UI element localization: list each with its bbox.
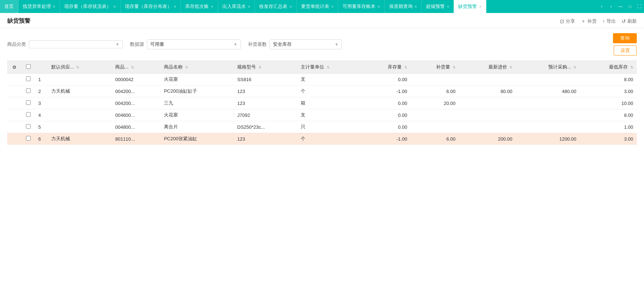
tab-available-ledger[interactable]: 可用量库存账本 ×: [338, 0, 384, 13]
tab-close-expiry-query[interactable]: ×: [415, 4, 417, 9]
tab-close-shortage[interactable]: ×: [479, 4, 481, 9]
row-checkbox-5[interactable]: [22, 133, 35, 145]
row-stock-1: -1.00: [362, 85, 411, 97]
row-est-purchase-2: [516, 97, 580, 109]
sort-icon-unit: ⇅: [327, 65, 330, 69]
th-product-name[interactable]: 商品名称 ⇅: [160, 61, 234, 74]
tab-collect-summary[interactable]: 收发存汇总表 ×: [255, 0, 296, 13]
tab-fullscreen-btn[interactable]: ⛶: [635, 0, 644, 13]
export-icon: ↑: [602, 18, 605, 24]
share-icon: ⊡: [560, 18, 564, 24]
row-min-stock-2: 10.00: [580, 97, 637, 109]
tab-order-stats[interactable]: 要货单统计表 ×: [297, 0, 338, 13]
row-checkbox-0[interactable]: [22, 74, 35, 85]
tab-minimize-btn[interactable]: —: [616, 0, 625, 13]
datasource-select[interactable]: 可用量 ▼: [147, 39, 241, 49]
row-min-stock-4: 1.00: [580, 121, 637, 133]
row-unit-1: 个: [297, 85, 362, 97]
tab-close-inventory-dist[interactable]: ×: [174, 4, 176, 9]
row-checkbox-2[interactable]: [22, 97, 35, 109]
row-checkbox-4[interactable]: [22, 121, 35, 133]
row-code-2: 004200...: [112, 97, 160, 109]
th-stock[interactable]: 库存量 ⇅: [362, 61, 411, 74]
row-select-checkbox-4[interactable]: [26, 124, 31, 129]
row-seq-3: 4: [35, 109, 48, 121]
table-container: ⚙ 默认供应... ⇅ 商品... ⇅: [0, 61, 644, 145]
row-checkbox-3[interactable]: [22, 109, 35, 121]
query-button[interactable]: 查询: [613, 33, 637, 43]
tab-batch-anomaly[interactable]: 拣货异常处理 ×: [18, 0, 60, 13]
tab-home[interactable]: 首页: [0, 0, 18, 13]
replenish-base-select[interactable]: 安全库存 ▼: [270, 39, 342, 49]
tab-batch-account[interactable]: 库存批次账 ×: [181, 0, 218, 13]
row-seq-5: 6: [35, 133, 48, 145]
row-checkbox-1[interactable]: [22, 85, 35, 97]
tab-close-available-ledger[interactable]: ×: [378, 4, 380, 9]
datasource-dropdown-icon: ▼: [234, 42, 238, 47]
settings-button[interactable]: 设置: [614, 45, 637, 56]
row-select-checkbox-1[interactable]: [26, 88, 31, 93]
select-all-checkbox[interactable]: [26, 64, 31, 69]
tab-overstock[interactable]: 超储预警 ×: [422, 0, 454, 13]
row-select-checkbox-5[interactable]: [26, 136, 31, 141]
tab-close-order-stats[interactable]: ×: [331, 4, 334, 9]
row-name-0: 火花塞: [160, 74, 234, 85]
th-min-stock[interactable]: 最低库存 ⇅: [580, 61, 637, 74]
export-label: 导出: [606, 18, 616, 25]
row-supplier-3: [48, 109, 112, 121]
sort-icon-supplier: ⇅: [76, 65, 79, 69]
page-content: 缺货预警 ⊡ 分享 ＋ 补货 ↑ 导出 ↺ 刷新 商品分类: [0, 13, 644, 287]
row-code-3: 004600...: [112, 109, 160, 121]
tab-next-btn[interactable]: ›: [606, 0, 616, 13]
th-gear[interactable]: ⚙: [7, 61, 22, 74]
row-unit-5: 个: [297, 133, 362, 145]
datasource-filter-group: 数据源 可用量 ▼: [130, 39, 241, 49]
page-title: 缺货预警: [7, 17, 30, 25]
tab-close-batch-account[interactable]: ×: [211, 4, 213, 9]
th-product-code[interactable]: 商品... ⇅: [112, 61, 160, 74]
tab-close-batch-anomaly[interactable]: ×: [53, 4, 55, 9]
tab-close-inventory-status[interactable]: ×: [113, 4, 116, 9]
th-unit[interactable]: 主计量单位 ⇅: [297, 61, 362, 74]
tab-in-out-flow[interactable]: 出入库流水 ×: [218, 0, 255, 13]
row-stock-0: 0.00: [362, 74, 411, 85]
tab-close-collect-summary[interactable]: ×: [290, 4, 292, 9]
row-name-2: 三九: [160, 97, 234, 109]
row-supplier-2: [48, 97, 112, 109]
th-seq: [35, 61, 48, 74]
tab-expiry-query[interactable]: 保质期查询 ×: [385, 0, 422, 13]
th-est-purchase[interactable]: 预计采购... ⇅: [516, 61, 580, 74]
table-row: 3 004200... 三九 123 箱 0.00 20.00 10.00: [7, 97, 637, 109]
replenish-base-filter-label: 补货基数: [248, 41, 267, 48]
share-btn[interactable]: ⊡ 分享: [560, 18, 575, 25]
tab-maximize-btn[interactable]: □: [625, 0, 635, 13]
row-code-4: 004800...: [112, 121, 160, 133]
refresh-btn[interactable]: ↺ 刷新: [622, 18, 637, 25]
tab-inventory-dist[interactable]: 现存量（库存分布表） ×: [121, 0, 181, 13]
page-header: 缺货预警 ⊡ 分享 ＋ 补货 ↑ 导出 ↺ 刷新: [0, 13, 644, 28]
category-select[interactable]: ▼: [29, 40, 123, 48]
table-row: 4 004600... 火花塞 J7092 支 0.00 8.00: [7, 109, 637, 121]
replenish-btn[interactable]: ＋ 补货: [581, 18, 597, 25]
row-select-checkbox-3[interactable]: [26, 112, 31, 117]
th-default-supplier[interactable]: 默认供应... ⇅: [48, 61, 112, 74]
tab-inventory-status[interactable]: 现存量（库存状况表） ×: [60, 0, 120, 13]
tab-prev-btn[interactable]: ‹: [597, 0, 606, 13]
th-spec[interactable]: 规格型号 ⇅: [234, 61, 297, 74]
row-name-4: 离合片: [160, 121, 234, 133]
tab-close-overstock[interactable]: ×: [447, 4, 449, 9]
row-select-checkbox-0[interactable]: [26, 76, 31, 81]
row-select-checkbox-2[interactable]: [26, 100, 31, 105]
row-replenish-qty-3: [411, 109, 459, 121]
th-replenish-qty[interactable]: 补货量 ⇅: [411, 61, 459, 74]
export-btn[interactable]: ↑ 导出: [602, 18, 616, 25]
row-est-purchase-3: [516, 109, 580, 121]
row-replenish-qty-1: 6.00: [411, 85, 459, 97]
row-spec-5: 123: [234, 133, 297, 145]
tab-shortage[interactable]: 缺货预警 ×: [454, 0, 486, 13]
th-latest-price[interactable]: 最新进价 ⇅: [459, 61, 516, 74]
row-replenish-qty-2: 20.00: [411, 97, 459, 109]
row-min-stock-3: 8.00: [580, 109, 637, 121]
tab-close-in-out-flow[interactable]: ×: [248, 4, 250, 9]
row-gear-3: [7, 109, 22, 121]
